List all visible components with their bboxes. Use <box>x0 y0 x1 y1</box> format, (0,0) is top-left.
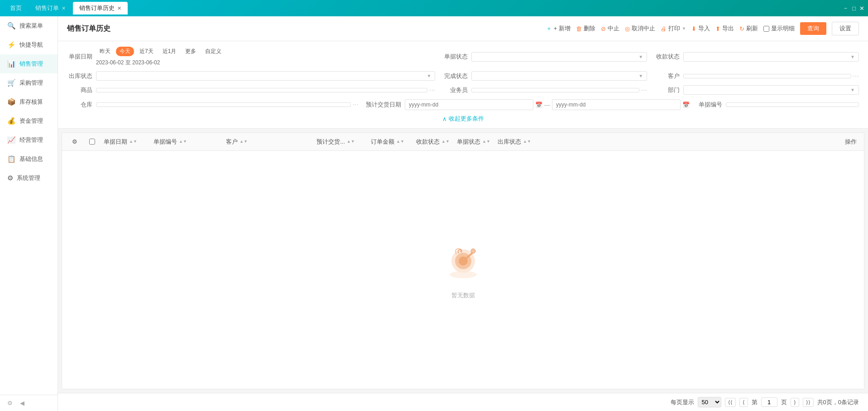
date-pill-1month[interactable]: 近1月 <box>159 47 180 56</box>
customer-input[interactable] <box>683 74 851 78</box>
sidebar-label-search: 搜索菜单 <box>19 22 43 30</box>
sidebar-item-purchase[interactable]: 🛒 采购管理 <box>0 73 58 92</box>
th-delivery[interactable]: 预计交货... ▲▼ <box>313 138 367 146</box>
sidebar-item-finance[interactable]: 💰 资金管理 <box>0 111 58 131</box>
th-amount[interactable]: 订单金额 ▲▼ <box>367 138 412 146</box>
salesperson-input[interactable] <box>471 88 639 92</box>
display-checkbox[interactable] <box>763 26 769 32</box>
order-no-label: 单据编号 <box>697 101 722 109</box>
tab-sales-order-history-close[interactable]: ✕ <box>117 5 121 11</box>
th-action: 操作 <box>539 138 860 146</box>
table-body: 暂无数据 <box>62 151 864 389</box>
date-pill-more[interactable]: 更多 <box>182 47 200 56</box>
order-no-input[interactable] <box>726 102 859 107</box>
sidebar-label-quicknav: 快捷导航 <box>19 41 43 49</box>
export-button[interactable]: ⬆ 导出 <box>715 24 734 33</box>
completion-status-arrow-icon: ▼ <box>638 73 643 78</box>
filter-receipt-status: 收款状态 ▼ <box>654 52 859 62</box>
completion-status-select[interactable]: ▼ <box>471 71 647 81</box>
warehouse-input[interactable] <box>96 102 351 107</box>
th-order-status[interactable]: 单据状态 ▲▼ <box>453 138 494 146</box>
th-action-label: 操作 <box>845 138 857 146</box>
operations-icon: 📈 <box>7 136 16 144</box>
receipt-status-select[interactable]: ▼ <box>683 52 859 62</box>
new-button[interactable]: ＋ + 新增 <box>546 24 571 33</box>
window-minimize[interactable]: － <box>843 4 849 12</box>
goods-input[interactable] <box>96 88 427 92</box>
query-button[interactable]: 查询 <box>800 22 826 35</box>
filter-row-4: 仓库 ··· 预计交货日期 📅 — 📅 <box>67 99 859 110</box>
tab-home[interactable]: 首页 <box>4 2 28 15</box>
tab-sales-order-close[interactable]: ✕ <box>62 5 66 11</box>
next-page-button[interactable]: ⟩ <box>791 398 799 407</box>
page-size-select[interactable]: 50 100 200 <box>698 397 721 407</box>
warehouse-dots-icon[interactable]: ··· <box>353 101 359 108</box>
th-shipment-status[interactable]: 出库状态 ▲▼ <box>494 138 539 146</box>
purchase-icon: 🛒 <box>7 79 16 87</box>
delivery-date-end[interactable] <box>552 99 681 110</box>
sidebar-item-operations[interactable]: 📈 经营管理 <box>0 131 58 150</box>
sidebar-item-quicknav[interactable]: ⚡ 快捷导航 <box>0 35 58 54</box>
cancel-stop-button[interactable]: ◎ 取消中止 <box>625 24 655 33</box>
settings-button[interactable]: 设置 <box>832 22 859 35</box>
th-order-no[interactable]: 单据编号 ▲▼ <box>150 138 222 146</box>
tab-sales-order[interactable]: 销售订单 ✕ <box>29 2 72 15</box>
stop-button[interactable]: ⊘ 中止 <box>601 24 619 33</box>
date-pill-today[interactable]: 今天 <box>116 47 134 56</box>
svg-point-4 <box>471 249 475 253</box>
date-range-text: 2023-06-02 至 2023-06-02 <box>96 59 160 67</box>
calendar-start-icon[interactable]: 📅 <box>535 102 542 108</box>
tab-sales-order-history[interactable]: 销售订单历史 ✕ <box>73 2 128 15</box>
delete-label: 删除 <box>584 24 595 33</box>
th-checkbox[interactable] <box>84 139 100 145</box>
current-page-input[interactable] <box>761 397 777 407</box>
sidebar-item-sales[interactable]: 📊 销售管理 <box>0 54 58 73</box>
sidebar-label-purchase: 采购管理 <box>19 79 43 87</box>
order-status-arrow-icon: ▼ <box>638 54 643 59</box>
first-page-button[interactable]: ⟨⟨ <box>725 398 736 407</box>
refresh-button[interactable]: ↻ 刷新 <box>739 24 758 33</box>
date-pill-custom[interactable]: 自定义 <box>201 47 225 56</box>
sidebar-settings-icon[interactable]: ⚙ <box>7 400 13 406</box>
customer-dots-icon[interactable]: ··· <box>853 73 859 80</box>
warehouse-label: 仓库 <box>67 101 92 109</box>
th-receipt-status[interactable]: 收款状态 ▲▼ <box>412 138 453 146</box>
goods-dots-icon[interactable]: ··· <box>429 87 435 94</box>
calendar-end-icon[interactable]: 📅 <box>682 102 690 108</box>
th-settings[interactable]: ⚙ <box>66 138 84 145</box>
window-close[interactable]: ✕ <box>859 5 864 12</box>
salesperson-dots-icon[interactable]: ··· <box>641 87 647 94</box>
warehouse-control: ··· <box>96 101 359 108</box>
delete-button[interactable]: 🗑 删除 <box>576 24 595 33</box>
sort-receipt-status-icon: ▲▼ <box>441 140 450 144</box>
prev-page-button[interactable]: ⟨ <box>739 398 748 407</box>
print-button[interactable]: 🖨 打印 ▼ <box>661 24 686 33</box>
quicknav-icon: ⚡ <box>7 41 16 49</box>
collapse-label: 收起更多条件 <box>449 115 484 123</box>
filter-salesperson: 业务员 ··· <box>442 86 647 94</box>
collapse-up-icon: ∧ <box>442 116 447 122</box>
sidebar-collapse-icon[interactable]: ◀ <box>20 400 24 406</box>
sidebar-item-search[interactable]: 🔍 搜索菜单 <box>0 16 58 35</box>
sidebar-item-inventory[interactable]: 📦 库存核算 <box>0 92 58 111</box>
collapse-row[interactable]: ∧ 收起更多条件 <box>67 115 859 123</box>
filter-row-3: 商品 ··· 业务员 ··· 部门 <box>67 85 859 95</box>
import-button[interactable]: ⬇ 导入 <box>691 24 710 33</box>
order-status-select[interactable]: ▼ <box>471 52 647 62</box>
import-label: 导入 <box>698 24 710 33</box>
stop-icon: ⊘ <box>601 25 606 32</box>
date-pill-yesterday[interactable]: 昨天 <box>96 47 114 56</box>
delivery-date-start[interactable] <box>405 99 533 110</box>
window-maximize[interactable]: □ <box>852 5 856 12</box>
select-all-checkbox[interactable] <box>89 139 95 145</box>
department-select[interactable]: ▼ <box>683 85 859 95</box>
sidebar-item-system[interactable]: ⚙ 系统管理 <box>0 169 58 188</box>
sidebar-item-basic-info[interactable]: 📋 基础信息 <box>0 150 58 169</box>
th-customer[interactable]: 客户 ▲▼ <box>222 138 313 146</box>
display-toggle[interactable]: 显示明细 <box>763 24 795 33</box>
empty-text: 暂无数据 <box>451 291 475 300</box>
last-page-button[interactable]: ⟩⟩ <box>803 398 814 407</box>
date-pill-7days[interactable]: 近7天 <box>136 47 157 56</box>
th-date[interactable]: 单据日期 ▲▼ <box>100 138 150 146</box>
shipment-status-select[interactable]: ▼ <box>96 71 435 81</box>
